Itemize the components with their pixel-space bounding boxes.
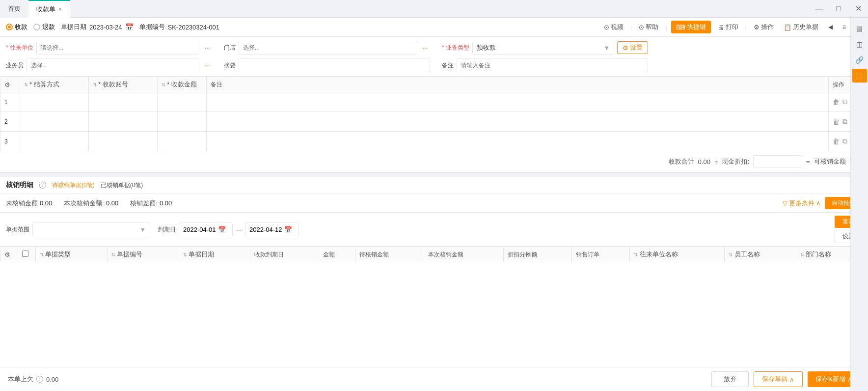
done-tab[interactable]: 已核销单据(0笔) [101,181,143,190]
counterparty-label: * 往来单位 [6,44,33,52]
range-chevron-icon: ▼ [139,226,146,233]
maximize-button[interactable]: □ [829,0,848,18]
copy-icon-1[interactable]: ⧉ [842,98,847,106]
equals-sign: = [806,158,810,166]
staff-input[interactable] [27,58,199,72]
section-divider [0,173,868,177]
plus-sign: + [714,158,718,166]
staff-more-icon[interactable]: ··· [202,61,212,69]
date-from-calendar-icon: 📅 [218,226,226,233]
date-from-field[interactable]: 2022-04-01 📅 [179,223,233,236]
tab-close-icon[interactable]: × [58,0,62,18]
history-btn[interactable]: 📋 历史单据 [781,22,821,32]
bt-check-th[interactable] [18,247,36,262]
row-account-3[interactable] [89,132,158,151]
remark-label: 备注 [442,61,454,70]
recon-title: 核销明细 [6,181,33,190]
bt-collect-due-th: 收款到期日 [250,247,319,262]
print-btn[interactable]: 🖨 打印 [715,22,741,32]
row-remark-1[interactable] [207,92,829,112]
delete-icon-1[interactable]: 🗑 [833,98,840,106]
th-settlement: ⇅ * 结算方式 [20,77,89,92]
more-filter-btn[interactable]: ▽ 更多条件 ∧ [783,199,821,208]
counterparty-more-icon[interactable]: ··· [202,44,212,52]
row-settlement-1[interactable] [20,92,89,112]
table-settings-th[interactable]: ⚙ [0,77,20,92]
biz-type-chevron-icon: ▼ [603,44,610,52]
sidebar-icon-1[interactable]: ▤ [852,22,867,35]
radio-shou-label: 收款 [15,23,27,31]
row-amount-3[interactable] [158,132,207,151]
radio-shou[interactable]: 收款 [6,23,27,31]
filter-icon: ▽ [783,199,787,207]
table-row: 1 🗑 ⧉ [0,92,868,112]
help-icon: ⊙ [639,24,644,31]
net-label: 可核销金额 [814,157,846,166]
ops-icon: ⚙ [754,24,760,31]
bt-doc-type-th: ⇅ 单据类型 [36,247,108,262]
summary-input[interactable] [239,58,430,72]
tab-home[interactable]: 首页 [0,0,28,18]
row-amount-1[interactable] [158,92,207,112]
video-btn[interactable]: ⊙ 视频 [601,22,626,32]
ops-btn[interactable]: ⚙ 操作 [751,22,777,32]
biz-type-select[interactable]: 预收款 ▼ [472,41,614,55]
counterparty-input[interactable] [36,41,199,55]
nav-prev-btn[interactable]: ◀ [825,23,836,31]
row-account-1[interactable] [89,92,158,112]
history-icon: 📋 [784,24,791,31]
pending-tab[interactable]: 待核销单据(0笔) [52,181,95,190]
copy-icon-2[interactable]: ⧉ [842,117,847,126]
doc-value: SK-20230324-001 [168,24,220,31]
range-filter: 单据范围 ▼ [6,223,150,236]
date-value: 2023-03-24 [89,24,122,31]
remark-input[interactable] [457,58,648,72]
bottom-label: 本单上欠 [8,375,33,384]
tab-active[interactable]: 收款单 × [28,0,70,18]
store-more-icon[interactable]: ··· [420,44,430,52]
delete-icon-3[interactable]: 🗑 [833,138,840,145]
bt-settings-th[interactable]: ⚙ [0,247,18,262]
total-value: 0.00 [698,158,710,166]
sidebar-icon-4[interactable]: ⬚ [852,69,867,83]
th-account: ⇅ * 收款账号 [89,77,158,92]
row-amount-2[interactable] [158,112,207,132]
date-dash: — [236,226,242,233]
range-select[interactable]: ▼ [32,223,150,236]
print-icon: 🖨 [718,24,724,31]
bt-check-all[interactable] [22,251,28,257]
date-to-calendar-icon: 📅 [284,226,292,233]
bottom-info-icon[interactable]: i [36,376,43,383]
row-remark-2[interactable] [207,112,829,132]
recon-info-icon[interactable]: i [39,182,46,189]
row-settlement-2[interactable] [20,112,89,132]
row-no-3: 3 [0,132,20,151]
shortcut-btn[interactable]: ⌨ 快捷键 [671,21,711,33]
close-button[interactable]: ✕ [848,0,868,18]
sidebar-icon-3[interactable]: 🔗 [852,53,867,67]
row-account-2[interactable] [89,112,158,132]
biz-settings-btn[interactable]: ⚙ 设置 [617,41,648,54]
sidebar-icon-2[interactable]: ◫ [852,37,867,51]
bottom-value: 0.00 [46,376,58,383]
radio-tui[interactable]: 退款 [33,23,55,31]
bottom-table-wrap: ⚙ ⇅ 单据类型 ⇅ 单据编号 [0,247,868,367]
calendar-icon[interactable]: 📅 [125,23,134,31]
date-to-field[interactable]: 2022-04-12 📅 [245,223,299,236]
discard-btn[interactable]: 放弃 [711,371,749,387]
discount-input[interactable] [753,155,802,168]
radio-tui-label: 退款 [42,23,55,31]
minimize-button[interactable]: — [809,0,829,18]
help-btn[interactable]: ⊙ 帮助 [636,22,661,32]
layout1-btn[interactable]: ≡ [840,23,849,31]
store-input[interactable] [239,41,417,55]
uncancelled-stat: 未核销金额 0.00 [6,199,52,208]
row-remark-3[interactable] [207,132,829,151]
bottom-bar: 本单上欠 i 0.00 放弃 保存草稿 ∧ 保存&新增 ∧ [0,367,868,391]
row-settlement-3[interactable] [20,132,89,151]
video-icon: ⊙ [604,24,609,31]
delete-icon-2[interactable]: 🗑 [833,118,840,126]
copy-icon-3[interactable]: ⧉ [842,137,847,145]
save-draft-btn[interactable]: 保存草稿 ∧ [754,371,803,387]
staff-label: 业务员 [6,61,24,70]
